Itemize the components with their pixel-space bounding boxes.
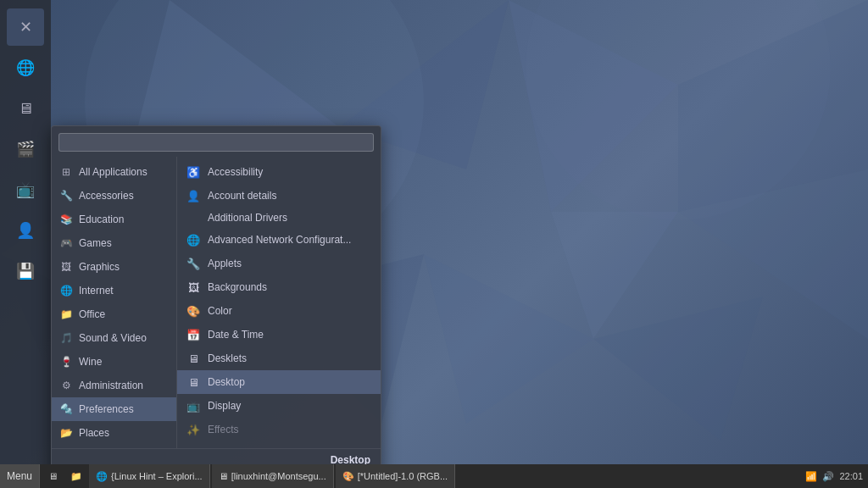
sidebar-item-user[interactable]: 👤 <box>7 212 44 249</box>
taskbar-network-icon: 📶 <box>805 471 817 482</box>
sidebar-item-display[interactable]: 📺 <box>7 171 44 208</box>
games-icon: 🎮 <box>58 236 74 251</box>
category-accessories-label: Accessories <box>79 190 134 202</box>
taskbar-menu-label: Menu <box>7 470 32 482</box>
category-education[interactable]: 📚 Education <box>52 208 176 231</box>
category-education-label: Education <box>79 214 124 225</box>
app-color[interactable]: 🎨 Color <box>177 299 381 323</box>
app-adv-network-label: Advanced Network Configurat... <box>208 234 351 246</box>
category-graphics-label: Graphics <box>79 261 120 273</box>
taskbar: Menu 🖥 📁 🌐 {Linux Hint – Explori... 🖥 [l… <box>0 464 868 488</box>
accessories-icon: 🔧 <box>58 188 74 203</box>
search-bar <box>52 126 381 157</box>
category-places[interactable]: 📂 Places <box>52 421 176 445</box>
taskbar-menu-button[interactable]: Menu <box>0 464 40 488</box>
svg-marker-6 <box>551 212 678 339</box>
svg-marker-9 <box>593 297 763 441</box>
app-display[interactable]: 📺 Display <box>177 394 381 418</box>
sound-video-icon: 🎵 <box>58 330 74 346</box>
app-effects[interactable]: ✨ Effects <box>177 418 381 441</box>
category-internet[interactable]: 🌐 Internet <box>52 279 176 302</box>
all-icon: ⊞ <box>58 164 74 180</box>
app-accessibility[interactable]: ♿ Accessibility <box>177 160 381 184</box>
app-account-label: Account details <box>208 190 276 202</box>
app-color-label: Color <box>208 305 232 317</box>
category-games-label: Games <box>79 237 112 249</box>
category-games[interactable]: 🎮 Games <box>52 231 176 255</box>
taskbar-right: 📶 🔊 22:01 <box>805 471 868 482</box>
desklets-icon: 🖥 <box>186 351 201 366</box>
app-adv-network[interactable]: 🌐 Advanced Network Configurat... <box>177 228 381 252</box>
display-icon: 📺 <box>16 180 35 199</box>
office-icon: 📁 <box>58 307 74 322</box>
internet-icon: 🌐 <box>16 58 35 77</box>
category-office-label: Office <box>79 308 105 320</box>
sidebar: ✕ 🌐 🖥 🎬 📺 👤 💾 <box>0 0 51 464</box>
category-accessories[interactable]: 🔧 Accessories <box>52 184 176 208</box>
user-icon: 👤 <box>16 221 35 240</box>
sidebar-item-monitor[interactable]: 🖥 <box>7 90 44 127</box>
category-wine-label: Wine <box>79 356 102 368</box>
app-desklets-label: Desklets <box>208 352 247 364</box>
category-office[interactable]: 📁 Office <box>52 302 176 326</box>
taskbar-icon-2-symbol: 📁 <box>70 471 82 482</box>
wine-icon: 🍷 <box>58 354 74 369</box>
app-additional-drivers[interactable]: Additional Drivers <box>177 208 381 228</box>
categories-list: ⊞ All Applications 🔧 Accessories 📚 Educa… <box>52 157 177 448</box>
sidebar-item-internet[interactable]: 🌐 <box>7 49 44 86</box>
app-additional-drivers-label: Additional Drivers <box>208 212 287 224</box>
taskbar-icon-1[interactable]: 🖥 <box>42 465 64 487</box>
app-applets[interactable]: 🔧 Applets <box>177 252 381 275</box>
app-account-details[interactable]: 👤 Account details <box>177 184 381 208</box>
category-administration[interactable]: ⚙ Administration <box>52 374 176 397</box>
taskbar-window-1-icon: 🌐 <box>96 471 108 482</box>
app-datetime-label: Date & Time <box>208 329 264 341</box>
app-backgrounds[interactable]: 🖼 Backgrounds <box>177 275 381 299</box>
taskbar-window-3[interactable]: 🎨 [*Untitled]-1.0 (RGB... <box>336 464 455 488</box>
app-display-label: Display <box>208 400 241 412</box>
monitor-icon: 🖥 <box>18 100 33 118</box>
svg-marker-8 <box>424 254 593 424</box>
taskbar-time: 22:01 <box>839 471 863 481</box>
datetime-icon: 📅 <box>186 327 201 342</box>
category-all[interactable]: ⊞ All Applications <box>52 160 176 184</box>
category-sound-video-label: Sound & Video <box>79 332 147 344</box>
sidebar-item-settings[interactable]: ✕ <box>7 8 44 46</box>
search-input[interactable] <box>58 133 374 152</box>
sidebar-item-drive[interactable]: 💾 <box>7 252 44 290</box>
admin-icon: ⚙ <box>58 378 74 393</box>
category-graphics[interactable]: 🖼 Graphics <box>52 255 176 279</box>
category-sound-video[interactable]: 🎵 Sound & Video <box>52 326 176 350</box>
settings-icon: ✕ <box>19 18 32 36</box>
taskbar-window-1-label: {Linux Hint – Explori... <box>111 471 203 481</box>
account-details-icon: 👤 <box>186 188 201 203</box>
app-backgrounds-label: Backgrounds <box>208 281 267 293</box>
effects-icon: ✨ <box>186 422 201 437</box>
app-date-time[interactable]: 📅 Date & Time <box>177 323 381 347</box>
sidebar-item-film[interactable]: 🎬 <box>7 130 44 168</box>
applets-icon: 🔧 <box>186 256 201 271</box>
category-wine[interactable]: 🍷 Wine <box>52 350 176 374</box>
taskbar-icon-2[interactable]: 📁 <box>65 465 87 487</box>
category-preferences[interactable]: 🔩 Preferences <box>52 397 176 421</box>
desktop-icon: 🖥 <box>186 374 201 390</box>
adv-network-icon: 🌐 <box>186 232 201 247</box>
app-desktop[interactable]: 🖥 Desktop <box>177 370 381 394</box>
internet-cat-icon: 🌐 <box>58 283 74 298</box>
category-admin-label: Administration <box>79 380 143 391</box>
app-applets-label: Applets <box>208 258 242 269</box>
accessibility-icon: ♿ <box>186 164 201 180</box>
apps-list: ♿ Accessibility 👤 Account details Additi… <box>177 157 381 448</box>
app-desktop-label: Desktop <box>208 376 245 388</box>
taskbar-volume-icon: 🔊 <box>822 471 834 482</box>
prefs-icon: 🔩 <box>58 402 74 417</box>
taskbar-window-1[interactable]: 🌐 {Linux Hint – Explori... <box>89 464 210 488</box>
taskbar-window-2[interactable]: 🖥 [linuxhint@Montsegu... <box>212 464 334 488</box>
category-all-label: All Applications <box>79 166 147 178</box>
app-accessibility-label: Accessibility <box>208 166 263 178</box>
taskbar-left: Menu 🖥 📁 🌐 {Linux Hint – Explori... 🖥 [l… <box>0 464 455 488</box>
app-desklets[interactable]: 🖥 Desklets <box>177 347 381 370</box>
app-effects-label: Effects <box>208 424 238 435</box>
taskbar-window-3-label: [*Untitled]-1.0 (RGB... <box>358 471 448 481</box>
places-icon: 📂 <box>58 425 74 441</box>
